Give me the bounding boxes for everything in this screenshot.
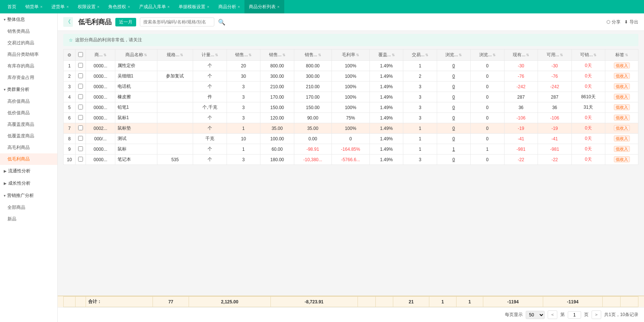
col-gross-margin[interactable]: 毛利率⇅ — [331, 50, 369, 61]
prev-page-button[interactable]: ＜ — [548, 310, 557, 319]
nav-sales-order[interactable]: 销货单 × — [21, 0, 47, 13]
nav-close-icon[interactable]: × — [128, 4, 130, 9]
row-checkbox[interactable] — [76, 134, 86, 144]
views1-link[interactable]: 0 — [452, 63, 455, 68]
sidebar-collapse-button[interactable]: 《 — [63, 17, 73, 27]
sidebar-item-traded-products[interactable]: 交易过的商品 — [0, 37, 57, 49]
nav-close-icon[interactable]: × — [66, 4, 68, 9]
page-size-select[interactable]: 50 20 100 — [526, 311, 545, 319]
row-checkbox[interactable] — [76, 123, 86, 134]
nav-product-analysis-list[interactable]: 商品分析列表 × — [244, 0, 284, 13]
sidebar-item-high-value[interactable]: 高价值商品 — [0, 96, 57, 107]
row-checkbox[interactable] — [76, 71, 86, 82]
sidebar-item-all-products[interactable]: 全部商品 — [0, 202, 57, 213]
row-views1[interactable]: 0 — [437, 113, 470, 123]
nav-close-icon[interactable]: × — [277, 4, 279, 9]
col-sales-profit[interactable]: 销售...⇅ — [294, 50, 331, 61]
views1-link[interactable]: 1 — [452, 147, 455, 152]
col-settings[interactable]: ⚙ — [64, 50, 76, 61]
sidebar-item-high-margin[interactable]: 高毛利商品 — [0, 142, 57, 153]
col-check[interactable] — [76, 50, 86, 61]
row-views1[interactable]: 0 — [437, 123, 470, 134]
row-select-checkbox[interactable] — [78, 105, 83, 109]
nav-permissions[interactable]: 权限设置 × — [73, 0, 104, 13]
row-views1[interactable]: 0 — [437, 134, 470, 144]
nav-close-icon[interactable]: × — [97, 4, 99, 9]
sidebar-item-high-coverage[interactable]: 高覆盖度商品 — [0, 119, 57, 130]
row-views1[interactable]: 0 — [437, 71, 470, 82]
row-views1[interactable]: 1 — [437, 144, 470, 154]
search-input[interactable] — [140, 17, 214, 26]
sidebar-group-circulation[interactable]: ▶ 流通性分析 — [0, 165, 57, 177]
col-name[interactable]: 商品名称⇅ — [115, 50, 157, 61]
nav-product-inbound[interactable]: 产成品入库单 × — [135, 0, 174, 13]
sidebar-item-low-value[interactable]: 低价值商品 — [0, 107, 57, 119]
row-select-checkbox[interactable] — [78, 84, 83, 89]
col-saleable[interactable]: 可销...⇅ — [571, 50, 605, 61]
row-select-checkbox[interactable] — [78, 115, 83, 120]
nav-home[interactable]: 首页 — [3, 0, 21, 13]
views1-link[interactable]: 0 — [452, 126, 455, 131]
row-views1[interactable]: 0 — [437, 102, 470, 113]
nav-purchase-order[interactable]: 进货单 × — [47, 0, 73, 13]
row-select-checkbox[interactable] — [78, 157, 83, 162]
sidebar-group-overall[interactable]: ▾ 整体信息 — [0, 13, 57, 26]
sidebar-item-low-coverage[interactable]: 低覆盖度商品 — [0, 130, 57, 142]
col-views2[interactable]: 浏览...⇅ — [471, 50, 504, 61]
row-select-checkbox[interactable] — [78, 73, 83, 78]
search-button[interactable]: 🔍 — [218, 19, 225, 26]
row-checkbox[interactable] — [76, 144, 86, 154]
sidebar-group-growth[interactable]: ▶ 成长性分析 — [0, 177, 57, 189]
share-button[interactable]: ⬡ 分享 — [606, 19, 621, 25]
filter-period-button[interactable]: 近一月 — [115, 18, 136, 26]
col-available[interactable]: 可用...⇅ — [538, 50, 571, 61]
row-checkbox[interactable] — [76, 92, 86, 102]
col-sales-price[interactable]: 销售...⇅ — [260, 50, 294, 61]
col-coverage[interactable]: 覆盖...⇅ — [369, 50, 403, 61]
row-views1[interactable]: 0 — [437, 61, 470, 71]
nav-close-icon[interactable]: × — [207, 4, 209, 9]
nav-close-icon[interactable]: × — [167, 4, 170, 9]
settings-icon[interactable]: ⚙ — [67, 52, 71, 58]
col-unit[interactable]: 计量...⇅ — [193, 50, 227, 61]
col-tag[interactable]: 标签⇅ — [605, 50, 638, 61]
row-views1[interactable]: 0 — [437, 92, 470, 102]
nav-close-icon[interactable]: × — [40, 4, 42, 9]
col-views1[interactable]: 浏览...⇅ — [437, 50, 470, 61]
row-select-checkbox[interactable] — [78, 63, 83, 68]
sidebar-item-new-products[interactable]: 新品 — [0, 213, 57, 225]
row-select-checkbox[interactable] — [78, 136, 83, 141]
export-button[interactable]: ⬇ 导出 — [624, 19, 638, 25]
sidebar-group-marketing[interactable]: ▾ 营销推广分析 — [0, 189, 57, 202]
col-transactions[interactable]: 交易...⇅ — [403, 50, 437, 61]
views1-link[interactable]: 0 — [452, 95, 455, 100]
col-code[interactable]: 商...⇅ — [86, 50, 115, 61]
row-views1[interactable]: 0 — [437, 154, 470, 165]
sidebar-item-in-stock[interactable]: 有库存的商品 — [0, 60, 57, 72]
row-checkbox[interactable] — [76, 113, 86, 123]
row-select-checkbox[interactable] — [78, 146, 83, 151]
sidebar-item-low-margin[interactable]: 低毛利商品 — [0, 153, 57, 165]
nav-template-settings[interactable]: 单据模板设置 × — [174, 0, 214, 13]
col-current-stock[interactable]: 现有...⇅ — [504, 50, 538, 61]
sidebar-item-sales-products[interactable]: 销售类商品 — [0, 26, 57, 37]
nav-close-icon[interactable]: × — [238, 4, 240, 9]
row-checkbox[interactable] — [76, 61, 86, 71]
col-spec[interactable]: 规格...⇅ — [157, 50, 193, 61]
views1-link[interactable]: 0 — [452, 136, 455, 141]
views1-link[interactable]: 0 — [452, 74, 455, 79]
sidebar-group-cluster[interactable]: ▾ 类群量分析 — [0, 83, 57, 96]
sidebar-item-category-rate[interactable]: 商品分类助销率 — [0, 49, 57, 60]
row-select-checkbox[interactable] — [78, 94, 83, 99]
row-checkbox[interactable] — [76, 102, 86, 113]
views1-link[interactable]: 0 — [452, 105, 455, 110]
row-checkbox[interactable] — [76, 82, 86, 92]
data-table-container[interactable]: ⚙ 商...⇅ 商品名称⇅ 规格...⇅ 计量...⇅ 销售...⇅ 销售...… — [58, 46, 644, 296]
row-views1[interactable]: 0 — [437, 82, 470, 92]
sidebar-item-stock-capital[interactable]: 库存资金占用 — [0, 72, 57, 83]
next-page-button[interactable]: ＞ — [592, 310, 601, 319]
nav-product-analysis[interactable]: 商品分析 × — [214, 0, 244, 13]
page-number-input[interactable] — [568, 311, 581, 319]
select-all-checkbox[interactable] — [78, 52, 83, 57]
views1-link[interactable]: 0 — [452, 84, 455, 89]
